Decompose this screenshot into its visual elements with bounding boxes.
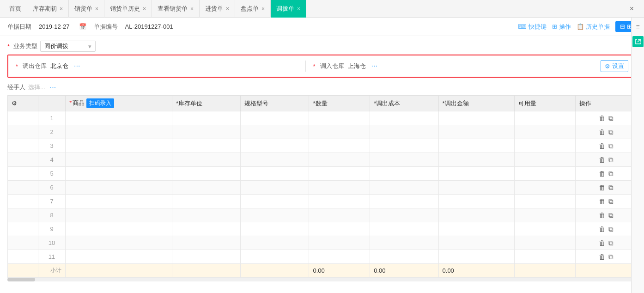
row-available-cell[interactable] (515, 125, 576, 139)
row-product-cell[interactable] (66, 153, 172, 167)
date-value[interactable]: 2019-12-27 (39, 23, 70, 30)
tab-inventory-init-close[interactable]: × (60, 6, 63, 12)
row-unit-cell[interactable] (172, 222, 240, 236)
copy-icon[interactable]: ⧉ (608, 114, 614, 122)
delete-icon[interactable]: 🗑 (599, 211, 606, 219)
delete-icon[interactable]: 🗑 (599, 239, 606, 247)
row-available-cell[interactable] (515, 153, 576, 167)
row-spec-cell[interactable] (241, 222, 309, 236)
row-amount-cell[interactable] (438, 181, 515, 195)
row11-available-cell[interactable] (515, 250, 576, 264)
delete-icon[interactable]: 🗑 (599, 142, 606, 150)
row-qty-cell[interactable] (309, 208, 370, 222)
row-cost-cell[interactable] (370, 139, 438, 153)
row-amount-cell[interactable] (438, 167, 515, 181)
tab-sales-history[interactable]: 销货单历史 × (104, 0, 152, 18)
row-available-cell[interactable] (515, 195, 576, 208)
row-qty-cell[interactable] (309, 195, 370, 208)
row-product-cell[interactable] (66, 139, 172, 153)
delete-icon[interactable]: 🗑 (599, 183, 606, 191)
row-unit-cell[interactable] (172, 181, 240, 195)
horizontal-scrollbar[interactable] (7, 278, 637, 281)
tab-sales[interactable]: 销货单 × (69, 0, 104, 18)
row-spec-cell[interactable] (241, 111, 309, 125)
copy-icon[interactable]: ⧉ (608, 211, 614, 220)
row-cost-cell[interactable] (370, 208, 438, 222)
delete-icon[interactable]: 🗑 (599, 128, 606, 136)
row-spec-cell[interactable] (241, 167, 309, 181)
row11-spec-cell[interactable] (241, 250, 309, 264)
row-product-cell[interactable] (66, 236, 172, 250)
shortcut-button[interactable]: ⌨ 快捷键 (518, 23, 547, 31)
scan-button[interactable]: 扫码录入 (86, 98, 114, 108)
row11-cost-cell[interactable] (370, 250, 438, 264)
row-qty-cell[interactable] (309, 222, 370, 236)
handler-more-icon[interactable]: ··· (50, 84, 56, 91)
out-warehouse-value[interactable]: 北京仓 (50, 62, 68, 70)
row11-qty-cell[interactable] (309, 250, 370, 264)
delete-icon[interactable]: 🗑 (599, 225, 606, 233)
tab-purchase[interactable]: 进货单 × (200, 0, 235, 18)
row-cost-cell[interactable] (370, 167, 438, 181)
delete-icon[interactable]: 🗑 (599, 170, 606, 177)
row-unit-cell[interactable] (172, 125, 240, 139)
tab-sales-history-close[interactable]: × (143, 6, 146, 12)
row-qty-cell[interactable] (309, 111, 370, 125)
row-spec-cell[interactable] (241, 236, 309, 250)
copy-icon[interactable]: ⧉ (608, 170, 614, 178)
row-cost-cell[interactable] (370, 125, 438, 139)
row-amount-cell[interactable] (438, 139, 515, 153)
operation-button[interactable]: ⊞ 操作 (552, 23, 571, 31)
row-spec-cell[interactable] (241, 181, 309, 195)
row-amount-cell[interactable] (438, 125, 515, 139)
row-cost-cell[interactable] (370, 222, 438, 236)
tab-view-sales-close[interactable]: × (190, 6, 194, 12)
in-warehouse-more-icon[interactable]: ··· (371, 62, 377, 70)
tab-inventory-check[interactable]: 盘点单 × (235, 0, 271, 18)
row-unit-cell[interactable] (172, 139, 240, 153)
copy-icon[interactable]: ⧉ (608, 156, 614, 164)
row-product-cell[interactable] (66, 111, 172, 125)
tab-transfer-close[interactable]: × (297, 6, 300, 12)
row-spec-cell[interactable] (241, 208, 309, 222)
copy-icon[interactable]: ⧉ (608, 142, 614, 150)
history-button[interactable]: 📋 历史单据 (577, 23, 610, 31)
row-available-cell[interactable] (515, 181, 576, 195)
row-unit-cell[interactable] (172, 153, 240, 167)
delete-icon[interactable]: 🗑 (599, 197, 606, 205)
row-cost-cell[interactable] (370, 236, 438, 250)
row-available-cell[interactable] (515, 167, 576, 181)
row-unit-cell[interactable] (172, 195, 240, 208)
tab-sales-close[interactable]: × (95, 6, 98, 12)
row-product-cell[interactable] (66, 167, 172, 181)
row11-unit-cell[interactable] (172, 250, 240, 264)
row-amount-cell[interactable] (438, 222, 515, 236)
copy-icon[interactable]: ⧉ (608, 239, 614, 247)
row-spec-cell[interactable] (241, 139, 309, 153)
business-select[interactable]: 同价调拨 ▾ (40, 41, 96, 52)
row-qty-cell[interactable] (309, 236, 370, 250)
delete-icon[interactable]: 🗑 (599, 253, 606, 261)
row-spec-cell[interactable] (241, 153, 309, 167)
sidebar-link-icon[interactable] (632, 36, 644, 47)
warehouse-settings-button[interactable]: ⚙ 设置 (601, 60, 628, 72)
copy-icon[interactable]: ⧉ (608, 225, 614, 233)
row-product-cell[interactable] (66, 195, 172, 208)
row-spec-cell[interactable] (241, 125, 309, 139)
row-qty-cell[interactable] (309, 125, 370, 139)
row-amount-cell[interactable] (438, 111, 515, 125)
tab-inventory-check-close[interactable]: × (261, 6, 265, 12)
row11-product-cell[interactable] (66, 250, 172, 264)
row-available-cell[interactable] (515, 139, 576, 153)
row-unit-cell[interactable] (172, 208, 240, 222)
row-unit-cell[interactable] (172, 236, 240, 250)
row-unit-cell[interactable] (172, 111, 240, 125)
sidebar-list-icon[interactable]: ≡ (632, 21, 644, 32)
row-product-cell[interactable] (66, 208, 172, 222)
row11-amount-cell[interactable] (438, 250, 515, 264)
row-cost-cell[interactable] (370, 111, 438, 125)
row-available-cell[interactable] (515, 208, 576, 222)
tab-purchase-close[interactable]: × (226, 6, 229, 12)
row-amount-cell[interactable] (438, 153, 515, 167)
copy-icon[interactable]: ⧉ (608, 197, 614, 206)
